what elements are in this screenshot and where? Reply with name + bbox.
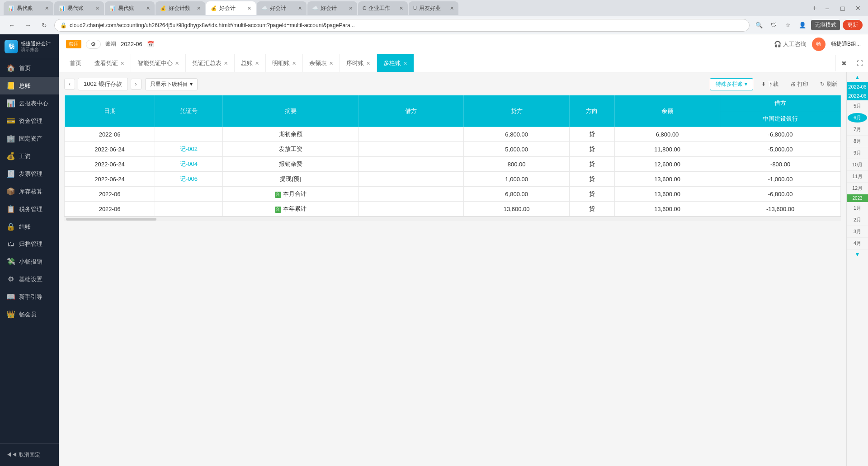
page-tab-close-2[interactable]: ✕ bbox=[175, 61, 179, 66]
sidebar-item-asset[interactable]: 🏢固定资产 bbox=[0, 130, 59, 147]
calendar-item-3[interactable]: 8月 bbox=[847, 136, 868, 147]
account-settings-dropdown[interactable]: ⚙ bbox=[86, 40, 101, 49]
sidebar-item-salary[interactable]: 💰工资 bbox=[0, 147, 59, 165]
close-button[interactable]: ✕ bbox=[852, 2, 864, 14]
calendar-item-10[interactable]: 2月 bbox=[847, 214, 868, 226]
browser-tab-t2[interactable]: 📊易代账✕ bbox=[54, 1, 104, 15]
update-button[interactable]: 更新 bbox=[843, 20, 863, 30]
sidebar-item-archive[interactable]: 🗂归档管理 bbox=[0, 235, 59, 253]
scrollbar-thumb[interactable] bbox=[66, 218, 156, 221]
browser-tab-t4[interactable]: 💰好会计数✕ bbox=[156, 1, 205, 15]
sidebar-item-report[interactable]: 📊云报表中心 bbox=[0, 94, 59, 112]
sidebar-item-expense[interactable]: 💸小畅报销 bbox=[0, 253, 59, 270]
page-tab-2[interactable]: 智能凭证中心✕ bbox=[131, 54, 186, 72]
page-tab-close-1[interactable]: ✕ bbox=[120, 61, 124, 66]
browser-tab-t3[interactable]: 📊易代账✕ bbox=[105, 1, 155, 15]
browser-tab-t5[interactable]: 💰好会计✕ bbox=[206, 1, 256, 15]
sidebar-item-tax[interactable]: 📋税务管理 bbox=[0, 200, 59, 218]
page-tab-0[interactable]: 首页 bbox=[63, 54, 88, 72]
sidebar-item-home[interactable]: 🏠首页 bbox=[0, 59, 59, 77]
page-tab-8[interactable]: 多栏账✕ bbox=[377, 54, 414, 72]
tab-close-icon[interactable]: ✕ bbox=[450, 5, 454, 11]
page-tab-1[interactable]: 查看凭证✕ bbox=[88, 54, 131, 72]
browser-tab-t6[interactable]: ☁️好会计✕ bbox=[257, 1, 307, 15]
voucher-link[interactable]: 记-002 bbox=[180, 146, 198, 152]
tab-close-icon[interactable]: ✕ bbox=[349, 5, 353, 11]
page-tab-close-3[interactable]: ✕ bbox=[224, 61, 228, 66]
forward-button[interactable]: → bbox=[22, 19, 34, 32]
browser-tab-t1[interactable]: 📊易代账✕ bbox=[4, 1, 53, 15]
tab-close-icon[interactable]: ✕ bbox=[399, 5, 403, 11]
calendar-item-1[interactable]: 6月 bbox=[848, 113, 867, 123]
print-button[interactable]: 🖨 打印 bbox=[787, 79, 812, 90]
calendar-item-2[interactable]: 7月 bbox=[847, 124, 868, 136]
voucher-link[interactable]: 记-004 bbox=[180, 160, 198, 167]
prev-account-button[interactable]: ‹ bbox=[64, 79, 75, 89]
new-tab-button[interactable]: + bbox=[808, 2, 821, 14]
star-icon[interactable]: ☆ bbox=[782, 19, 794, 31]
calendar-scroll-up[interactable]: ▲ bbox=[847, 72, 868, 82]
page-tab-6[interactable]: 余额表✕ bbox=[303, 54, 340, 72]
calendar-icon[interactable]: 📅 bbox=[147, 41, 154, 47]
calendar-scroll-down[interactable]: ▼ bbox=[847, 249, 868, 259]
horizontal-scrollbar[interactable] bbox=[64, 217, 841, 221]
tab-close-icon[interactable]: ✕ bbox=[146, 5, 150, 11]
profile-icon[interactable]: 👤 bbox=[797, 19, 808, 31]
multi-col-button[interactable]: 特殊多栏账 ▾ bbox=[710, 78, 753, 90]
page-tab-close-8[interactable]: ✕ bbox=[403, 61, 407, 66]
page-tab-close-4[interactable]: ✕ bbox=[255, 61, 259, 66]
cell-credit: 6,800.00 bbox=[464, 127, 569, 142]
page-tab-close-5[interactable]: ✕ bbox=[292, 61, 296, 66]
sidebar-item-invoice[interactable]: 🧾发票管理 bbox=[0, 165, 59, 183]
account-code[interactable]: 1002 银行存款 bbox=[78, 78, 128, 90]
shield-icon[interactable]: 🛡 bbox=[768, 19, 779, 31]
calendar-item-4[interactable]: 9月 bbox=[847, 147, 868, 159]
calendar-item-8[interactable]: 2023 bbox=[847, 194, 868, 202]
page-tab-3[interactable]: 凭证汇总表✕ bbox=[186, 54, 235, 72]
sidebar-item-guide[interactable]: 📖新手引导 bbox=[0, 288, 59, 306]
restore-button[interactable]: ◻ bbox=[836, 2, 849, 14]
page-tab-close-7[interactable]: ✕ bbox=[366, 61, 370, 66]
sidebar-item-ledger[interactable]: 📒总账 bbox=[0, 77, 59, 94]
consult-button[interactable]: 🎧 人工咨询 bbox=[774, 40, 807, 48]
sidebar-item-inventory[interactable]: 📦库存核算 bbox=[0, 183, 59, 200]
search-icon[interactable]: 🔍 bbox=[753, 19, 765, 31]
download-button[interactable]: ⬇ 下载 bbox=[758, 79, 782, 90]
table-row: 2022-06-24 记-004 报销杂费 800.00 贷 12,600.00… bbox=[65, 157, 841, 172]
calendar-item-5[interactable]: 10月 bbox=[847, 159, 868, 171]
incognito-button[interactable]: 无痕模式 bbox=[811, 20, 840, 30]
sidebar-item-base[interactable]: ⚙基础设置 bbox=[0, 270, 59, 288]
tab-close-icon[interactable]: ✕ bbox=[298, 5, 302, 11]
page-tab-close-6[interactable]: ✕ bbox=[329, 61, 333, 66]
page-tab-7[interactable]: 序时账✕ bbox=[340, 54, 377, 72]
back-button[interactable]: ← bbox=[5, 19, 18, 32]
sidebar-item-close[interactable]: 🔒结账 bbox=[0, 218, 59, 235]
next-account-button[interactable]: › bbox=[131, 79, 142, 89]
filter-dropdown[interactable]: 只显示下级科目 ▾ bbox=[145, 78, 198, 90]
tab-close-icon[interactable]: ✕ bbox=[247, 5, 251, 11]
page-tab-5[interactable]: 明细账✕ bbox=[266, 54, 303, 72]
reload-button[interactable]: ↻ bbox=[38, 19, 51, 32]
calendar-item-12[interactable]: 4月 bbox=[847, 238, 868, 249]
minimize-button[interactable]: – bbox=[821, 2, 834, 14]
browser-tab-t9[interactable]: U用友好业✕ bbox=[409, 1, 458, 15]
unpin-button[interactable]: ◀◀ 取消固定 bbox=[0, 447, 59, 462]
url-bar[interactable]: 🔒 cloud2.chanjet.com/accounting/uh26t264… bbox=[54, 19, 750, 32]
tab-close-icon[interactable]: ✕ bbox=[197, 5, 201, 11]
calendar-item-0[interactable]: 5月 bbox=[847, 100, 868, 112]
collapse-tabs-button[interactable]: ✖ bbox=[835, 55, 852, 71]
expand-tabs-button[interactable]: ⛶ bbox=[852, 55, 868, 71]
tab-close-icon[interactable]: ✕ bbox=[45, 5, 49, 11]
refresh-button[interactable]: ↻ 刷新 bbox=[816, 79, 841, 90]
calendar-item-11[interactable]: 3月 bbox=[847, 226, 868, 238]
sidebar-item-fund[interactable]: 💳资金管理 bbox=[0, 112, 59, 130]
page-tab-4[interactable]: 总账✕ bbox=[235, 54, 266, 72]
sidebar-item-member[interactable]: 👑畅会员 bbox=[0, 306, 59, 323]
calendar-item-7[interactable]: 12月 bbox=[847, 183, 868, 194]
calendar-item-9[interactable]: 1月 bbox=[847, 202, 868, 214]
browser-tab-t7[interactable]: ☁️好会计✕ bbox=[307, 1, 357, 15]
browser-tab-t8[interactable]: C企业工作✕ bbox=[358, 1, 408, 15]
calendar-item-6[interactable]: 11月 bbox=[847, 171, 868, 183]
tab-close-icon[interactable]: ✕ bbox=[95, 5, 99, 11]
voucher-link[interactable]: 记-006 bbox=[180, 175, 198, 182]
